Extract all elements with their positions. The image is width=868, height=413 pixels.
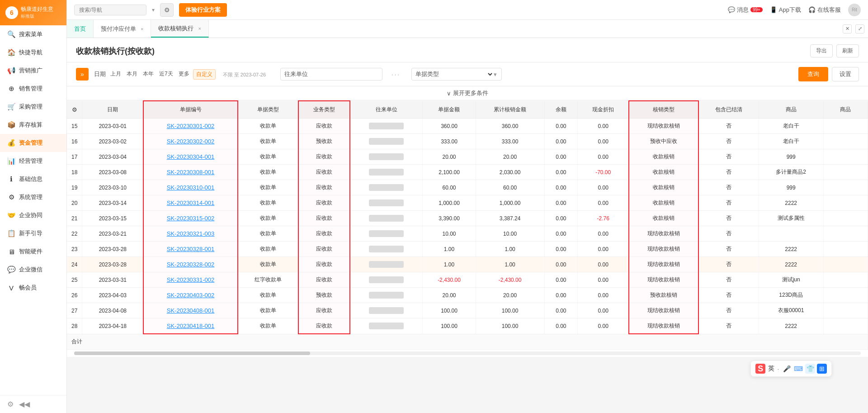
date-link-7days[interactable]: 近7天 [157,69,175,80]
sidebar-item-member[interactable]: V 畅会员 [0,279,66,297]
sidebar-item-sales[interactable]: ⊕ 销售管理 [0,80,66,98]
cell-goods2 [823,195,868,211]
table-row: 21 2023-03-15 SK-20230315-002 收款单 应收款 ██… [67,211,868,226]
sidebar-item-search[interactable]: 🔍 搜索菜单 [0,25,66,43]
doc-num-link[interactable]: SK-20230301-002 [167,123,215,129]
th-settings[interactable]: ⚙ [67,101,82,119]
sidebar-item-basic[interactable]: ℹ 基础信息 [0,170,66,188]
sidebar-item-marketing[interactable]: 📢 营销推广 [0,62,66,80]
cell-include-settled: 否 [698,257,759,272]
table-row: 19 2023-03-10 SK-20230310-001 收款单 应收款 ██… [67,180,868,195]
doc-num-link[interactable]: SK-20230408-001 [167,307,215,314]
watermark-logo: S 英 · 🎤 ⌨ 👕 ⊞ [750,361,832,377]
query-btn[interactable]: 查询 [798,67,828,81]
sidebar-item-purchase[interactable]: 🛒 采购管理 [0,98,66,116]
doc-type-label: 单据类型 [415,70,439,78]
sidebar-settings-icon[interactable]: ⚙ [7,400,14,408]
doc-num-link[interactable]: SK-20230331-002 [167,276,215,283]
doc-type-select[interactable]: 收款单 红字收款单 [442,71,494,78]
tab-receipt-exec-close[interactable]: × [198,26,201,31]
doc-num-link[interactable]: SK-20230314-001 [167,199,215,206]
expand-more-bar[interactable]: ∨ 展开更多条件 [67,86,868,100]
sidebar-item-guide[interactable]: 📋 新手引导 [0,224,66,242]
col-settings-icon[interactable]: ⚙ [72,106,77,113]
doc-num-link[interactable]: SK-20230418-001 [167,323,215,329]
sidebar-label-wechat: 企业微信 [19,266,42,274]
topbar-settings-btn[interactable]: ⚙ [160,3,174,17]
app-download-action[interactable]: 📱 App下载 [770,6,801,14]
doc-num-link[interactable]: SK-20230308-001 [167,169,215,176]
expand-chevron-icon: ∨ [447,90,451,97]
cell-biz-type: 应收款 [298,149,350,165]
mic-icon[interactable]: 🎤 [782,364,792,374]
tab-expand-btn[interactable]: ⤢ [855,24,864,33]
sidebar-item-corp[interactable]: 🤝 企业协同 [0,206,66,224]
cell-num: 27 [67,303,82,318]
cell-cancel-type: 现结收款核销 [629,119,698,134]
sidebar-collapse-icon[interactable]: ◀◀ [19,400,30,408]
sidebar-item-inventory[interactable]: 📦 库存核算 [0,116,66,134]
refresh-btn[interactable]: 刷新 [836,44,859,57]
tab-receipt-exec[interactable]: 收款核销执行 × [151,20,208,38]
cell-goods: 123D商品 [759,288,823,303]
keyboard-icon[interactable]: ⌨ [793,364,803,374]
sidebar-item-hardware[interactable]: 🖥 智能硬件 [0,242,66,261]
doc-type-filter-wrap[interactable]: 单据类型 收款单 红字收款单 ▾ [411,68,502,81]
messages-icon: 💬 [728,6,735,13]
messages-action[interactable]: 💬 消息 99+ [728,6,763,14]
filter-expand-btn[interactable]: » [76,68,89,81]
doc-num-link[interactable]: SK-20230321-003 [167,230,215,237]
cell-cancel-type: 收款核销 [629,195,698,211]
counterparty-label: 往来单位 [284,70,308,78]
filter-settings-btn[interactable]: 设置 [832,67,859,81]
doc-num-link[interactable]: SK-20230302-002 [167,138,215,145]
tab-home[interactable]: 首页 [67,20,94,38]
cell-doc-type: 收款单 [238,134,298,149]
export-btn[interactable]: 导出 [810,44,833,57]
cell-cancel-type: 预收中应收 [629,134,698,149]
tab-close-btn[interactable]: ✕ [843,24,852,33]
th-cancel-type: 核销类型 [629,101,698,119]
table-scrollbar[interactable] [74,351,861,355]
doc-num-link[interactable]: SK-20230304-001 [167,153,215,160]
table-row: 15 2023-03-01 SK-20230301-002 收款单 应收款 ██… [67,119,868,134]
grid-icon[interactable]: ⊞ [817,364,827,374]
cell-cumulative: 360.00 [476,119,544,134]
sidebar-item-system[interactable]: ⚙ 系统管理 [0,188,66,206]
breadcrumb-input[interactable] [74,5,146,15]
date-link-this-year[interactable]: 本年 [141,69,156,80]
topbar: ▾ ⚙ 体验行业方案 💬 消息 99+ 📱 App下载 🎧 在线客服 Rit [67,0,868,20]
solution-btn[interactable]: 体验行业方案 [179,3,227,17]
shirt-icon[interactable]: 👕 [805,364,815,374]
user-avatar[interactable]: Rit [848,4,861,16]
cell-doc-type: 收款单 [238,180,298,195]
date-link-last-month[interactable]: 上月 [108,69,123,80]
tab-prepay-close[interactable]: × [141,26,143,32]
counterparty-input[interactable] [311,71,378,77]
sidebar-item-quick-nav[interactable]: 🏠 快捷导航 [0,43,66,62]
date-link-this-month[interactable]: 本月 [125,69,139,80]
doc-num-link[interactable]: SK-20230310-001 [167,184,215,191]
cell-doc-type: 收款单 [238,119,298,134]
cell-doc-type: 收款单 [238,318,298,334]
doc-num-link[interactable]: SK-20230403-002 [167,292,215,299]
sidebar-item-wechat[interactable]: 💬 企业微信 [0,261,66,279]
cell-counterparty: ████ [350,257,423,272]
doc-num-link[interactable]: SK-20230315-002 [167,215,215,222]
cell-goods: 老白干 [759,119,823,134]
table-scrollbar-thumb[interactable] [74,351,310,355]
sidebar-item-finance[interactable]: 💰 资金管理 [0,134,66,152]
date-filter-label: 日期 [94,70,106,78]
cell-counterparty: ████ [350,303,423,318]
tab-prepay[interactable]: 预付冲应付单 × [94,20,151,38]
counterparty-filter-wrap[interactable]: 往来单位 [280,68,382,81]
online-service-action[interactable]: 🎧 在线客服 [808,6,841,14]
date-link-custom[interactable]: 自定义 [193,69,216,80]
cell-biz-type: 预收款 [298,134,350,149]
sidebar-item-operations[interactable]: 📊 经营管理 [0,152,66,170]
doc-num-link[interactable]: SK-20230328-002 [167,261,215,268]
cell-cancel-type: 现结收款核销 [629,242,698,257]
cell-doc-num: SK-20230408-001 [143,303,237,318]
doc-num-link[interactable]: SK-20230328-001 [167,246,215,252]
date-link-more[interactable]: 更多 [177,69,191,80]
